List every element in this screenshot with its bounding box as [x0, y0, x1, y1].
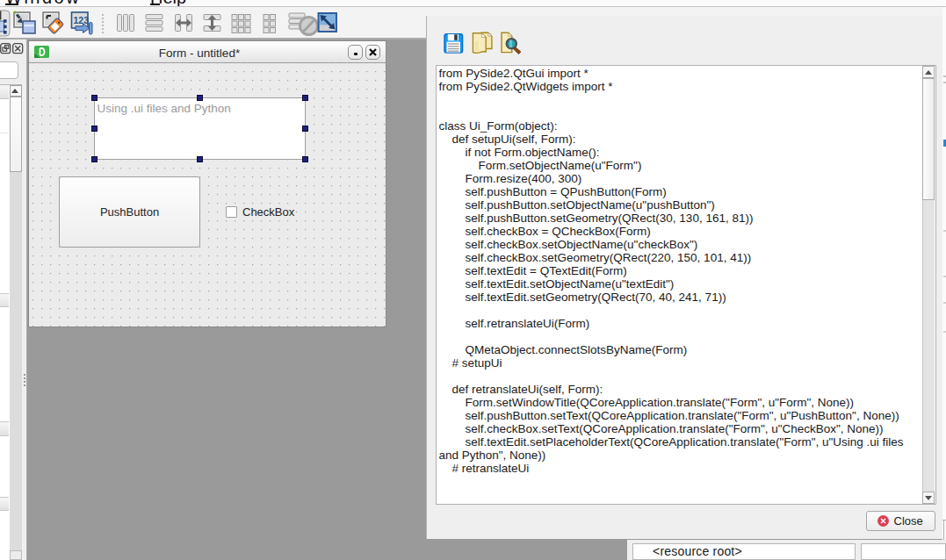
- svg-text:123: 123: [74, 15, 90, 25]
